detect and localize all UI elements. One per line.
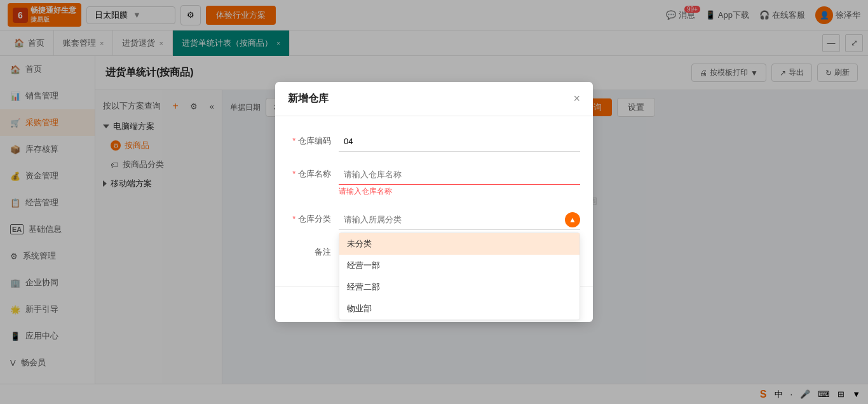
dialog-overlay: 新增仓库 × 仓库编码 仓库名称 请输入仓库名称 仓库分类 — [0, 0, 868, 404]
form-row-code: 仓库编码 — [288, 131, 580, 152]
new-warehouse-dialog: 新增仓库 × 仓库编码 仓库名称 请输入仓库名称 仓库分类 — [275, 82, 593, 322]
dialog-body: 仓库编码 仓库名称 请输入仓库名称 仓库分类 ▲ — [275, 116, 593, 286]
dropdown-arrow-icon[interactable]: ▲ — [565, 212, 580, 227]
category-field: ▲ 未分类 经营一部 经营二部 物业部 — [339, 210, 580, 230]
dialog-title: 新增仓库 — [288, 92, 329, 105]
code-field — [339, 131, 580, 152]
dropdown-item-unclassified[interactable]: 未分类 — [339, 233, 580, 255]
category-label: 仓库分类 — [288, 210, 339, 225]
category-select-container: ▲ 未分类 经营一部 经营二部 物业部 — [339, 210, 580, 230]
category-input[interactable] — [339, 210, 580, 230]
notes-label: 备注 — [288, 243, 339, 258]
code-input[interactable] — [339, 131, 580, 152]
name-error-text: 请输入仓库名称 — [339, 186, 580, 197]
form-row-category: 仓库分类 ▲ 未分类 经营一部 经营二部 物业部 — [288, 210, 580, 230]
name-label: 仓库名称 — [288, 165, 339, 180]
name-input[interactable] — [339, 165, 580, 185]
dropdown-item-dept2[interactable]: 经营二部 — [339, 276, 580, 298]
dropdown-item-dept3[interactable]: 物业部 — [339, 298, 580, 320]
dialog-header: 新增仓库 × — [275, 82, 593, 116]
code-label: 仓库编码 — [288, 131, 339, 147]
name-field: 请输入仓库名称 — [339, 165, 580, 197]
dialog-close-button[interactable]: × — [573, 92, 580, 105]
dropdown-item-dept1[interactable]: 经营一部 — [339, 255, 580, 276]
category-dropdown: 未分类 经营一部 经营二部 物业部 — [339, 232, 580, 320]
form-row-name: 仓库名称 请输入仓库名称 — [288, 165, 580, 197]
